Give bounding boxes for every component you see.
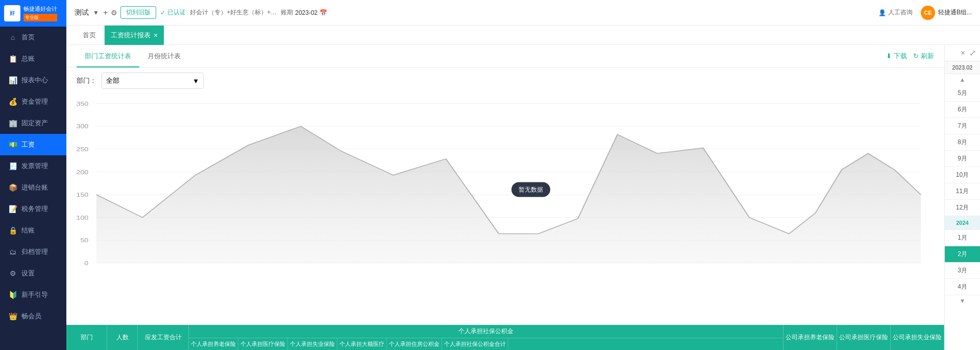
sub-tabs-bar: 部门工资统计表 月份统计表 ⬇ 下载 ↻ 刷新 xyxy=(66,45,944,67)
svg-text:100: 100 xyxy=(77,214,88,221)
calendar-month-2023-11[interactable]: 11月 xyxy=(945,183,980,200)
calendar-month-2023-09[interactable]: 9月 xyxy=(945,151,980,167)
user-avatar: CE xyxy=(921,6,935,20)
sidebar-item-tax[interactable]: 📝税务管理 xyxy=(0,198,66,220)
certification-status: ✓ 已认证 xyxy=(160,8,186,17)
calendar-month-2023-10[interactable]: 10月 xyxy=(945,167,980,183)
sidebar-icon-reports: 📊 xyxy=(8,76,17,84)
sidebar-label-tax: 税务管理 xyxy=(21,204,48,214)
th-personal-medical: 个人承担医疗保险 xyxy=(238,338,288,350)
calendar-month-2023-06[interactable]: 6月 xyxy=(945,102,980,118)
svg-text:0: 0 xyxy=(84,260,88,266)
sidebar-icon-payroll: 💵 xyxy=(8,141,17,149)
sidebar-label-reports: 报表中心 xyxy=(21,76,48,85)
sidebar-label-home: 首页 xyxy=(21,33,35,42)
tab-monthly-report[interactable]: 月份统计表 xyxy=(139,45,189,67)
sidebar-item-settings[interactable]: ⚙设置 xyxy=(0,263,66,284)
area-chart: 350 300 250 200 150 100 50 0 xyxy=(77,99,934,273)
th-company-unemployment: 公司承担失业保险 xyxy=(891,325,944,350)
th-total-salary: 应发工资合计 xyxy=(138,325,189,350)
app-logo: 好 畅捷通好会计 专业版 xyxy=(0,0,66,27)
calendar-month-2024-01[interactable]: 1月 xyxy=(945,230,980,246)
calendar-month-2024-04[interactable]: 4月 xyxy=(945,279,980,295)
th-company-medical: 公司承担医疗保险 xyxy=(837,325,891,350)
calendar-up-button[interactable]: ▲ xyxy=(945,74,980,85)
sidebar: 好 畅捷通好会计 专业版 ⌂首页📋总账📊报表中心💰资金管理🏢固定资产💵工资🧾发票… xyxy=(0,0,66,350)
sidebar-item-member[interactable]: 👑畅会员 xyxy=(0,306,66,327)
help-button[interactable]: 👤 人工咨询 xyxy=(878,8,913,17)
help-icon: 👤 xyxy=(878,9,886,16)
refresh-button[interactable]: ↻ 刷新 xyxy=(913,52,934,61)
sidebar-item-funds[interactable]: 💰资金管理 xyxy=(0,91,66,112)
chart-container: 350 300 250 200 150 100 50 0 xyxy=(77,99,934,273)
svg-text:300: 300 xyxy=(77,123,88,130)
svg-text:150: 150 xyxy=(77,191,88,198)
sidebar-icon-sales: 📦 xyxy=(8,183,17,192)
sidebar-label-guide: 新手引导 xyxy=(21,290,48,299)
tabs-row: 首页 工资统计报表 × xyxy=(66,26,980,45)
sidebar-label-sales: 进销台账 xyxy=(21,183,48,192)
main-content: 测试 ▼ + ⚙ 切到旧版 ✓ 已认证 好会计（专）+好生意（标）+… 账期 2… xyxy=(66,0,980,350)
th-personal-major-medical: 个人承担大额医疗 xyxy=(337,338,387,350)
sidebar-label-invoice: 发票管理 xyxy=(21,161,48,171)
sidebar-icon-guide: 🔰 xyxy=(8,291,17,299)
sidebar-icon-closing: 🔒 xyxy=(8,226,17,235)
download-icon: ⬇ xyxy=(886,52,892,60)
sidebar-item-payroll[interactable]: 💵工资 xyxy=(0,134,66,155)
sidebar-label-member: 畅会员 xyxy=(21,312,41,321)
panel-controls: × ⤢ xyxy=(945,45,980,61)
sidebar-item-assets[interactable]: 🏢固定资产 xyxy=(0,112,66,134)
calendar-year-2024-label: 2024 xyxy=(945,216,980,230)
tab-payroll-report[interactable]: 工资统计报表 × xyxy=(105,26,164,45)
svg-text:250: 250 xyxy=(77,146,88,152)
sidebar-item-guide[interactable]: 🔰新手引导 xyxy=(0,284,66,306)
sidebar-icon-home: ⌂ xyxy=(8,33,17,41)
calendar-month-2023-12[interactable]: 12月 xyxy=(945,200,980,216)
calendar-period-label: 2023.02 xyxy=(945,61,980,74)
th-group-personal-subs: 个人承担养老保险 个人承担医疗保险 个人承担失业保险 个人承担大额医疗 个人承担… xyxy=(189,338,783,350)
tab-dept-report[interactable]: 部门工资统计表 xyxy=(77,45,139,67)
dept-filter-select[interactable]: 全部 ▼ xyxy=(102,73,204,89)
svg-text:50: 50 xyxy=(80,237,88,244)
sidebar-icon-assets: 🏢 xyxy=(8,119,17,127)
sidebar-item-closing[interactable]: 🔒结账 xyxy=(0,220,66,241)
tab-home[interactable]: 首页 xyxy=(75,26,105,45)
settings-icon[interactable]: ⚙ xyxy=(111,9,117,17)
panel-close-button[interactable]: × xyxy=(961,49,965,58)
content-main: 部门工资统计表 月份统计表 ⬇ 下载 ↻ 刷新 部门： xyxy=(66,45,944,350)
panel-expand-button[interactable]: ⤢ xyxy=(969,48,976,58)
sidebar-item-sales[interactable]: 📦进销台账 xyxy=(0,177,66,198)
company-dropdown[interactable]: ▼ xyxy=(93,9,99,16)
sidebar-item-invoice[interactable]: 🧾发票管理 xyxy=(0,155,66,177)
logo-text: 畅捷通好会计 专业版 xyxy=(23,5,57,21)
sidebar-icon-member: 👑 xyxy=(8,312,17,320)
company-name: 测试 xyxy=(75,8,89,17)
certified-icon: ✓ xyxy=(160,9,165,16)
refresh-icon: ↻ xyxy=(913,52,919,60)
calendar-month-2024-03[interactable]: 3月 xyxy=(945,263,980,279)
topbar-actions: + ⚙ 切到旧版 xyxy=(103,6,156,19)
user-menu[interactable]: CE 轻捷通B组... xyxy=(921,6,972,20)
sidebar-item-archive[interactable]: 🗂归档管理 xyxy=(0,241,66,263)
sidebar-icon-archive: 🗂 xyxy=(8,248,17,256)
topbar: 测试 ▼ + ⚙ 切到旧版 ✓ 已认证 好会计（专）+好生意（标）+… 账期 2… xyxy=(66,0,980,26)
tab-close-button[interactable]: × xyxy=(154,26,158,45)
chart-area: 350 300 250 200 150 100 50 0 xyxy=(66,94,944,324)
switch-old-button[interactable]: 切到旧版 xyxy=(120,6,156,19)
table-header-row: 部门 人数 应发工资合计 个人承担社保公积金 个人承担养老保险 个人承担医疗保险… xyxy=(66,325,944,350)
sidebar-item-home[interactable]: ⌂首页 xyxy=(0,27,66,48)
topbar-right: 👤 人工咨询 CE 轻捷通B组... xyxy=(878,6,972,20)
add-button[interactable]: + xyxy=(103,8,108,17)
calendar-down-button[interactable]: ▼ xyxy=(945,295,980,307)
calendar-month-2024-02[interactable]: 2月 xyxy=(945,246,980,263)
sidebar-item-reports[interactable]: 📊报表中心 xyxy=(0,69,66,91)
sidebar-item-ledger[interactable]: 📋总账 xyxy=(0,48,66,69)
sidebar-label-funds: 资金管理 xyxy=(21,97,48,106)
filter-row: 部门： 全部 ▼ xyxy=(66,67,944,94)
calendar-icon[interactable]: 📅 xyxy=(320,9,327,16)
content-area: 部门工资统计表 月份统计表 ⬇ 下载 ↻ 刷新 部门： xyxy=(66,45,980,350)
calendar-month-2023-08[interactable]: 8月 xyxy=(945,134,980,151)
download-button[interactable]: ⬇ 下载 xyxy=(886,52,907,61)
calendar-month-2023-07[interactable]: 7月 xyxy=(945,118,980,134)
calendar-month-2023-05[interactable]: 5月 xyxy=(945,85,980,102)
